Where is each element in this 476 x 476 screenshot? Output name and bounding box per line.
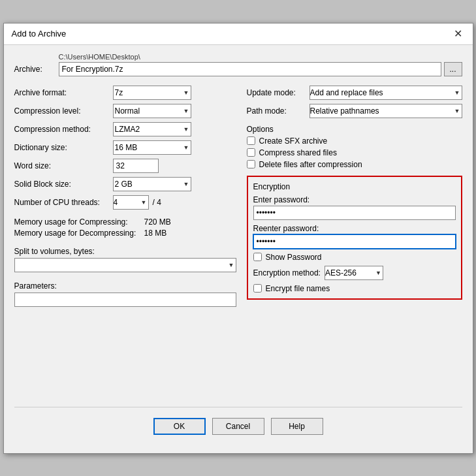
compression-level-row: Compression level: NormalStoreFastMaximu…	[14, 104, 236, 118]
compression-level-select[interactable]: NormalStoreFastMaximum	[113, 104, 191, 118]
delete-files-label[interactable]: Delete files after compression	[259, 160, 362, 169]
archive-label: Archive:	[14, 53, 54, 74]
encryption-method-label: Encryption method:	[253, 268, 321, 278]
encryption-box: Encryption Enter password: Reenter passw…	[247, 176, 462, 300]
delete-files-row: Delete files after compression	[247, 160, 462, 169]
dialog-footer: OK Cancel Help	[14, 407, 462, 445]
delete-files-checkbox[interactable]	[247, 160, 255, 168]
reenter-password-group: Reenter password:	[253, 224, 456, 249]
show-password-checkbox[interactable]	[253, 253, 262, 261]
show-password-label[interactable]: Show Password	[266, 253, 322, 262]
word-size-input[interactable]	[113, 159, 159, 173]
encrypt-filenames-label[interactable]: Encrypt file names	[266, 284, 330, 293]
update-mode-select-wrapper: Add and replace files Update and add fil…	[309, 86, 462, 100]
archive-path-row: ...	[59, 62, 462, 76]
path-mode-row: Path mode: Relative pathnames Full pathn…	[247, 104, 462, 118]
encrypt-filenames-checkbox[interactable]	[253, 284, 262, 293]
add-to-archive-dialog: Add to Archive ✕ Archive: C:\Users\HOME\…	[3, 23, 473, 454]
browse-button[interactable]: ...	[444, 62, 462, 76]
archive-format-label: Archive format:	[14, 88, 109, 97]
compression-method-select-wrapper: LZMA2LZMABZip2 ▼	[113, 122, 191, 136]
ok-button[interactable]: OK	[153, 418, 206, 435]
split-select-wrapper: ▼	[14, 258, 236, 272]
show-password-row: Show Password	[253, 253, 456, 262]
mem-compress-label: Memory usage for Compressing:	[14, 217, 142, 227]
options-title: Options	[247, 125, 462, 134]
path-mode-select-wrapper: Relative pathnames Full pathnames No pat…	[309, 104, 462, 118]
cpu-threads-row: Number of CPU threads: 412 ▼ / 4	[14, 195, 236, 210]
dictionary-size-select[interactable]: 16 MB8 MB32 MB	[113, 140, 191, 155]
path-mode-select[interactable]: Relative pathnames Full pathnames No pat…	[309, 104, 462, 118]
encryption-title: Encryption	[253, 182, 456, 191]
solid-block-label: Solid Block size:	[14, 180, 109, 189]
path-hint: C:\Users\HOME\Desktop\	[59, 53, 462, 61]
archive-filename-input[interactable]	[59, 62, 441, 76]
compression-method-label: Compression method:	[14, 125, 109, 134]
close-button[interactable]: ✕	[451, 29, 465, 39]
encryption-method-select[interactable]: AES-256 ZipCrypto	[325, 266, 383, 280]
archive-format-row: Archive format: 7zziptar ▼	[14, 86, 236, 100]
update-mode-select[interactable]: Add and replace files Update and add fil…	[309, 86, 462, 100]
word-size-row: Word size:	[14, 159, 236, 173]
compress-shared-row: Compress shared files	[247, 148, 462, 157]
dictionary-size-label: Dictionary size:	[14, 143, 109, 152]
cpu-threads-select-wrapper: 412 ▼	[113, 195, 149, 210]
update-mode-label: Update mode:	[247, 88, 306, 97]
reenter-password-label: Reenter password:	[253, 224, 456, 233]
enter-password-label: Enter password:	[253, 195, 456, 204]
compress-shared-label[interactable]: Compress shared files	[259, 148, 337, 157]
solid-block-select-wrapper: 2 GB1 GB4 GB ▼	[113, 177, 191, 191]
compression-method-select[interactable]: LZMA2LZMABZip2	[113, 122, 191, 136]
path-mode-label: Path mode:	[247, 106, 306, 116]
archive-row: Archive: C:\Users\HOME\Desktop\ ...	[14, 53, 462, 76]
dialog-body: Archive: C:\Users\HOME\Desktop\ ... Arch…	[4, 45, 473, 453]
split-label: Split to volumes, bytes:	[14, 247, 236, 256]
solid-block-select[interactable]: 2 GB1 GB4 GB	[113, 177, 191, 191]
encryption-method-row: Encryption method: AES-256 ZipCrypto ▼	[253, 266, 456, 280]
create-sfx-checkbox[interactable]	[247, 136, 255, 145]
archive-path-group: C:\Users\HOME\Desktop\ ...	[59, 53, 462, 76]
dialog-title: Add to Archive	[12, 29, 67, 39]
encryption-method-select-wrapper: AES-256 ZipCrypto ▼	[325, 266, 383, 280]
compress-shared-checkbox[interactable]	[247, 148, 255, 157]
params-input[interactable]	[14, 293, 236, 307]
solid-block-row: Solid Block size: 2 GB1 GB4 GB ▼	[14, 177, 236, 191]
split-row: Split to volumes, bytes: ▼	[14, 247, 236, 272]
update-mode-row: Update mode: Add and replace files Updat…	[247, 86, 462, 100]
mem-compress-value: 720 MB	[144, 217, 171, 227]
word-size-label: Word size:	[14, 161, 109, 170]
cpu-threads-select[interactable]: 412	[113, 195, 149, 210]
mem-decompress-row: Memory usage for Decompressing: 18 MB	[14, 229, 236, 238]
params-label: Parameters:	[14, 281, 236, 291]
mem-section: Memory usage for Compressing: 720 MB Mem…	[14, 217, 236, 238]
create-sfx-row: Create SFX archive	[247, 136, 462, 146]
help-button[interactable]: Help	[271, 418, 323, 435]
reenter-password-input[interactable]	[253, 234, 456, 249]
mem-compress-row: Memory usage for Compressing: 720 MB	[14, 217, 236, 227]
dictionary-size-row: Dictionary size: 16 MB8 MB32 MB ▼	[14, 140, 236, 155]
archive-format-select-wrapper: 7zziptar ▼	[113, 86, 191, 100]
split-select[interactable]	[14, 258, 236, 272]
left-panel: Archive format: 7zziptar ▼ Compression l…	[14, 86, 236, 402]
params-row: Parameters:	[14, 281, 236, 307]
options-group: Options Create SFX archive Compress shar…	[247, 125, 462, 169]
dictionary-size-select-wrapper: 16 MB8 MB32 MB ▼	[113, 140, 191, 155]
create-sfx-label[interactable]: Create SFX archive	[259, 136, 328, 146]
cpu-threads-of: / 4	[153, 198, 161, 207]
enter-password-group: Enter password:	[253, 195, 456, 220]
title-bar: Add to Archive ✕	[4, 24, 473, 45]
compression-level-label: Compression level:	[14, 106, 109, 116]
main-content: Archive format: 7zziptar ▼ Compression l…	[14, 86, 462, 402]
compression-level-select-wrapper: NormalStoreFastMaximum ▼	[113, 104, 191, 118]
cancel-button[interactable]: Cancel	[212, 418, 264, 435]
cpu-threads-label: Number of CPU threads:	[14, 198, 109, 207]
mem-decompress-label: Memory usage for Decompressing:	[14, 229, 142, 238]
right-panel: Update mode: Add and replace files Updat…	[247, 86, 462, 402]
enter-password-input[interactable]	[253, 206, 456, 220]
compression-method-row: Compression method: LZMA2LZMABZip2 ▼	[14, 122, 236, 136]
archive-format-select[interactable]: 7zziptar	[113, 86, 191, 100]
mem-decompress-value: 18 MB	[144, 229, 167, 238]
encrypt-filenames-row: Encrypt file names	[253, 284, 456, 293]
